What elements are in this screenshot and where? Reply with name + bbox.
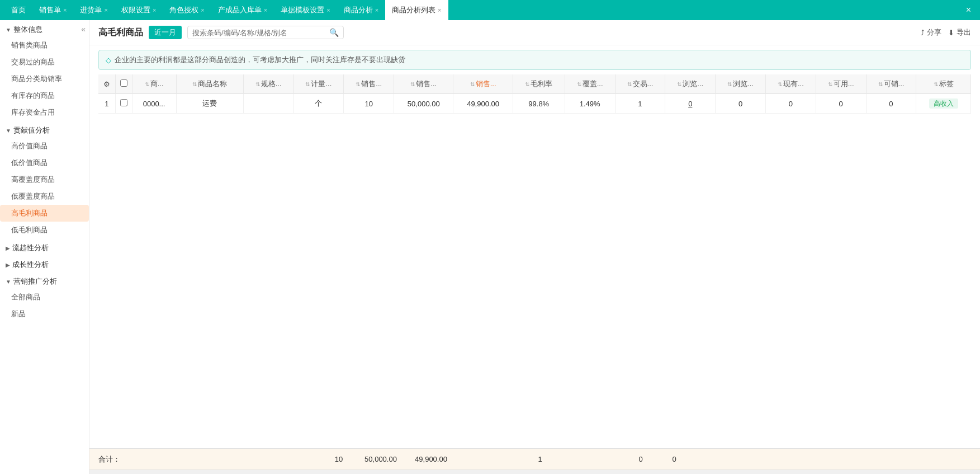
col-sales-cost[interactable]: ⇅销售... — [453, 74, 513, 94]
nav-tab-analysis-label: 商品分析 — [344, 5, 373, 15]
sidebar-item-in-stock-goods[interactable]: 有库存的商品 — [0, 87, 89, 104]
col-available[interactable]: ⇅可用... — [816, 74, 866, 94]
row-checkbox[interactable] — [120, 99, 127, 106]
cell-sales-amount: 50,000.00 — [394, 94, 453, 114]
nav-tab-sales[interactable]: 销售单 × — [32, 0, 73, 20]
cell-name: 运费 — [176, 94, 243, 114]
sidebar-group-contribution[interactable]: ▼ 贡献值分析 — [0, 121, 89, 138]
cell-checkbox — [115, 94, 132, 114]
sidebar-item-low-value[interactable]: 低价值商品 — [0, 154, 89, 171]
nav-tab-analysis[interactable]: 商品分析 × — [337, 0, 385, 20]
nav-tab-template[interactable]: 单据模板设置 × — [274, 0, 337, 20]
window-close-button[interactable]: × — [962, 5, 976, 15]
col-code[interactable]: ⇅商... — [132, 74, 176, 94]
nav-tab-role[interactable]: 角色授权 × — [163, 0, 211, 20]
sidebar-group-trend-label: 流趋性分析 — [12, 243, 49, 253]
search-icon[interactable]: 🔍 — [329, 28, 339, 37]
col-saleable[interactable]: ⇅可销... — [866, 74, 916, 94]
nav-tab-role-close[interactable]: × — [201, 7, 204, 13]
col-sales-amount[interactable]: ⇅销售... — [394, 74, 453, 94]
nav-tab-product-in[interactable]: 产成品入库单 × — [211, 0, 274, 20]
footer-transaction: 1 — [523, 455, 557, 463]
sidebar-item-category-rate[interactable]: 商品分类助销率 — [0, 71, 89, 87]
cell-browse1[interactable]: 0 — [665, 94, 716, 114]
export-button[interactable]: ⬇ 导出 — [948, 27, 971, 37]
sidebar-group-overall-label: 整体信息 — [13, 25, 42, 35]
col-browse1[interactable]: ⇅浏览... — [665, 74, 716, 94]
col-current-stock[interactable]: ⇅现有... — [765, 74, 816, 94]
table-header-row: ⚙ ⇅商... ⇅商品名称 ⇅规格... ⇅计量... ⇅销售... ⇅销售..… — [98, 74, 971, 94]
sidebar-item-in-stock-goods-label: 有库存的商品 — [11, 91, 55, 100]
share-label: 分享 — [927, 27, 941, 37]
col-coverage[interactable]: ⇅覆盖... — [565, 74, 615, 94]
footer-label: 合计： — [98, 454, 143, 464]
nav-tab-permission-close[interactable]: × — [153, 7, 156, 13]
sidebar-item-stock-capital-label: 库存资金占用 — [11, 108, 55, 116]
content-header: 高毛利商品 近一月 🔍 ⤴ 分享 ⬇ 导出 — [89, 20, 980, 45]
nav-tab-analysis-list[interactable]: 商品分析列表 × — [385, 0, 448, 20]
search-input[interactable] — [192, 29, 326, 37]
col-name[interactable]: ⇅商品名称 — [176, 74, 243, 94]
sidebar-item-all-goods[interactable]: 全部商品 — [0, 289, 89, 306]
cell-index: 1 — [98, 94, 115, 114]
nav-tab-purchase[interactable]: 进货单 × — [73, 0, 114, 20]
sidebar-group-marketing-arrow: ▼ — [6, 279, 11, 285]
sidebar-item-high-margin[interactable]: 高毛利商品 — [0, 205, 89, 222]
sidebar-item-high-coverage[interactable]: 高覆盖度商品 — [0, 171, 89, 188]
sidebar-item-new-goods[interactable]: 新品 — [0, 306, 89, 322]
col-browse2[interactable]: ⇅浏览... — [716, 74, 766, 94]
sidebar-item-low-coverage[interactable]: 低覆盖度商品 — [0, 188, 89, 205]
nav-tab-role-label: 角色授权 — [169, 5, 198, 15]
nav-tab-sales-close[interactable]: × — [63, 7, 67, 13]
col-spec[interactable]: ⇅规格... — [243, 74, 293, 94]
col-gross-margin[interactable]: ⇅毛利率 — [513, 74, 565, 94]
nav-tab-analysis-list-close[interactable]: × — [438, 7, 441, 13]
sidebar-group-growth[interactable]: ▶ 成长性分析 — [0, 255, 89, 272]
nav-tab-home[interactable]: 首页 — [4, 0, 32, 20]
nav-tab-product-in-close[interactable]: × — [264, 7, 267, 13]
cell-sales-cost: 49,900.00 — [453, 94, 513, 114]
sidebar-item-high-value-label: 高价值商品 — [11, 142, 48, 150]
bottom-scrollbar[interactable] — [89, 470, 980, 474]
share-icon: ⤴ — [921, 29, 925, 37]
top-nav-bar: 首页 销售单 × 进货单 × 权限设置 × 角色授权 × 产成品入库单 × 单据… — [0, 0, 980, 20]
cell-current-stock: 0 — [765, 94, 816, 114]
sidebar-group-overall[interactable]: ▼ 整体信息 — [0, 20, 89, 37]
footer-sales-cost: 49,900.00 — [406, 455, 456, 463]
col-checkbox — [115, 74, 132, 94]
sidebar-item-high-value[interactable]: 高价值商品 — [0, 138, 89, 154]
col-tag[interactable]: ⇅标签 — [916, 74, 971, 94]
nav-tab-analysis-close[interactable]: × — [375, 7, 378, 13]
page-title: 高毛利商品 — [98, 27, 143, 39]
time-filter-button[interactable]: 近一月 — [149, 26, 182, 39]
col-sales-qty[interactable]: ⇅销售... — [344, 74, 394, 94]
sidebar-group-trend[interactable]: ▶ 流趋性分析 — [0, 238, 89, 255]
sidebar-group-marketing[interactable]: ▼ 营销推广分析 — [0, 272, 89, 289]
col-settings[interactable]: ⚙ — [98, 74, 115, 94]
nav-tab-sales-label: 销售单 — [39, 5, 61, 15]
nav-tab-purchase-label: 进货单 — [80, 5, 102, 15]
share-button[interactable]: ⤴ 分享 — [921, 27, 941, 37]
sidebar-item-category-rate-label: 商品分类助销率 — [11, 74, 62, 83]
sidebar-item-stock-capital[interactable]: 库存资金占用 — [0, 104, 89, 121]
select-all-checkbox[interactable] — [120, 79, 127, 87]
cell-available: 0 — [816, 94, 866, 114]
table-footer: 合计： 10 50,000.00 49,900.00 1 0 0 — [89, 448, 980, 470]
nav-tab-permission[interactable]: 权限设置 × — [115, 0, 163, 20]
cell-code: 0000... — [132, 94, 176, 114]
sidebar-item-low-value-label: 低价值商品 — [11, 158, 48, 167]
nav-tab-template-close[interactable]: × — [326, 7, 330, 13]
sidebar-group-growth-arrow: ▶ — [6, 262, 10, 268]
col-transaction[interactable]: ⇅交易... — [615, 74, 665, 94]
sidebar-collapse-button[interactable]: « — [81, 25, 86, 34]
nav-tab-purchase-close[interactable]: × — [104, 7, 107, 13]
table-container[interactable]: ⚙ ⇅商... ⇅商品名称 ⇅规格... ⇅计量... ⇅销售... ⇅销售..… — [89, 74, 980, 448]
nav-tab-product-in-label: 产成品入库单 — [218, 5, 262, 15]
sidebar-item-low-margin[interactable]: 低毛利商品 — [0, 222, 89, 238]
sidebar-group-overall-arrow: ▼ — [6, 27, 11, 33]
goods-table: ⚙ ⇅商... ⇅商品名称 ⇅规格... ⇅计量... ⇅销售... ⇅销售..… — [98, 74, 971, 114]
sidebar-item-sales-goods[interactable]: 销售类商品 — [0, 37, 89, 54]
col-unit[interactable]: ⇅计量... — [293, 74, 344, 94]
sidebar-item-traded-goods-label: 交易过的商品 — [11, 58, 55, 66]
sidebar-item-traded-goods[interactable]: 交易过的商品 — [0, 54, 89, 71]
